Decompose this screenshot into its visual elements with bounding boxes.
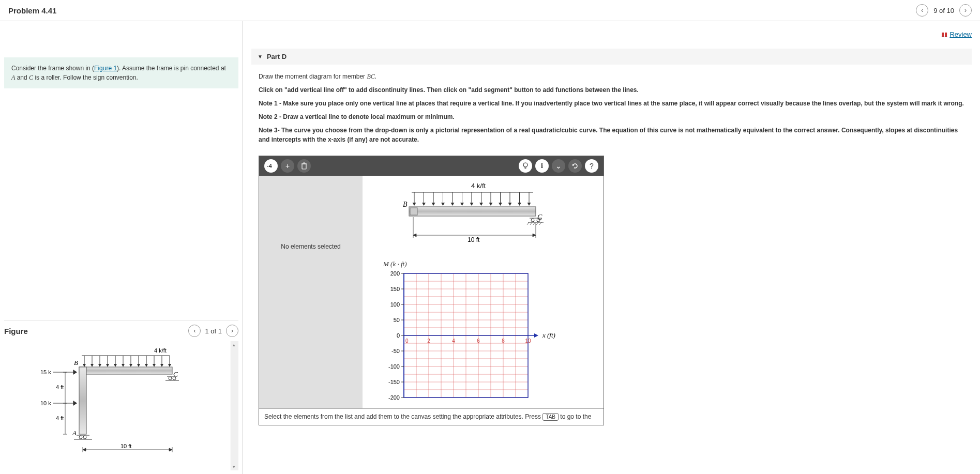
svg-text:6: 6 [477, 338, 480, 344]
svg-text:10: 10 [525, 338, 531, 344]
svg-marker-32 [73, 370, 77, 374]
svg-text:4 k/ft: 4 k/ft [154, 347, 167, 354]
svg-text:B: B [74, 359, 78, 366]
figure-content: 4 k/ft B C A [4, 341, 238, 470]
chart-y-axis-label: M (k · ft) [383, 260, 598, 268]
info-icon: i [541, 162, 543, 170]
svg-rect-94 [409, 207, 536, 216]
svg-marker-79 [460, 203, 464, 206]
svg-rect-27 [79, 367, 86, 434]
figure-prev-button[interactable]: ‹ [188, 325, 201, 337]
part-label: Part D [267, 53, 287, 60]
svg-marker-16 [137, 364, 140, 367]
prev-problem-button[interactable]: ‹ [916, 4, 928, 17]
canvas-footer: Select the elements from the list and ad… [259, 408, 604, 425]
svg-text:-4: -4 [267, 163, 272, 169]
svg-text:15 k: 15 k [40, 369, 51, 375]
svg-marker-20 [153, 364, 156, 367]
svg-text:4 ft: 4 ft [56, 384, 64, 390]
svg-marker-4 [91, 364, 94, 367]
svg-text:10 k: 10 k [40, 400, 51, 406]
svg-marker-93 [527, 203, 531, 206]
figure-position: 1 of 1 [205, 327, 222, 335]
info-button[interactable]: i [535, 159, 549, 173]
svg-text:150: 150 [390, 286, 400, 292]
svg-point-62 [523, 163, 527, 167]
svg-marker-8 [106, 364, 109, 367]
svg-text:B: B [403, 201, 408, 208]
svg-text:50: 50 [394, 317, 400, 323]
bulb-icon [522, 162, 529, 170]
svg-marker-12 [122, 364, 125, 367]
svg-text:-50: -50 [391, 348, 400, 354]
svg-rect-59 [302, 164, 306, 169]
delete-button[interactable] [297, 159, 311, 173]
svg-rect-95 [410, 208, 417, 215]
svg-text:200: 200 [390, 270, 400, 277]
chevron-down-icon: ⌄ [555, 162, 562, 170]
beam-diagram: 4 k/ft B C [383, 181, 549, 253]
svg-marker-111 [533, 234, 536, 237]
svg-marker-34 [73, 401, 77, 405]
svg-marker-73 [432, 203, 435, 206]
svg-marker-71 [422, 203, 426, 206]
svg-text:8: 8 [502, 338, 505, 344]
help-button[interactable]: ? [585, 159, 598, 173]
tab-key-label: TAB [542, 413, 559, 421]
svg-marker-91 [518, 203, 521, 206]
flag-icon: ▮▮ [941, 31, 947, 38]
svg-marker-89 [508, 203, 512, 206]
frame-figure-svg: 4 k/ft B C A [25, 346, 180, 460]
dropdown-button[interactable]: ⌄ [552, 159, 565, 173]
figure-title: Figure [4, 327, 28, 335]
review-link[interactable]: ▮▮Review [941, 30, 972, 38]
next-problem-button[interactable]: › [959, 4, 972, 17]
svg-marker-110 [413, 234, 416, 237]
svg-marker-2 [83, 364, 86, 367]
svg-text:0: 0 [405, 338, 409, 344]
page-title: Problem 4.41 [8, 6, 56, 15]
svg-line-103 [530, 222, 532, 225]
instructions: Draw the moment diagram for member BC. C… [251, 72, 972, 156]
problem-position: 9 of 10 [933, 7, 954, 14]
part-header[interactable]: ▼ Part D [251, 49, 972, 65]
no-elements-button[interactable]: -4 [264, 159, 278, 173]
svg-marker-6 [98, 364, 101, 367]
svg-text:A: A [72, 429, 77, 437]
svg-marker-14 [129, 364, 132, 367]
scrollbar[interactable] [231, 341, 238, 470]
svg-marker-56 [169, 448, 172, 451]
trash-icon [301, 162, 307, 170]
svg-text:4 k/ft: 4 k/ft [471, 182, 486, 190]
svg-line-105 [536, 222, 538, 225]
svg-text:4 ft: 4 ft [56, 415, 64, 421]
svg-marker-81 [470, 203, 474, 206]
moment-chart[interactable]: M (k · ft) -200-150-100-5005010015020002… [368, 260, 598, 405]
svg-marker-55 [83, 448, 86, 451]
svg-text:-150: -150 [388, 379, 400, 385]
svg-marker-69 [413, 203, 416, 206]
svg-marker-18 [145, 364, 148, 367]
svg-text:-200: -200 [388, 394, 400, 401]
svg-line-102 [527, 222, 529, 225]
figure-link[interactable]: Figure 1 [94, 65, 117, 72]
svg-text:10 ft: 10 ft [468, 236, 480, 243]
add-button[interactable]: + [281, 159, 294, 173]
problem-nav: ‹ 9 of 10 › [916, 4, 972, 17]
reset-button[interactable] [568, 159, 582, 173]
svg-marker-83 [479, 203, 483, 206]
drawing-canvas: -4 + i ⌄ ? No elements selected [259, 156, 604, 425]
hint-button[interactable] [519, 159, 532, 173]
svg-text:0: 0 [397, 332, 400, 339]
svg-text:100: 100 [390, 301, 400, 308]
svg-marker-85 [489, 203, 493, 206]
svg-point-38 [79, 436, 82, 439]
canvas-sidebar: No elements selected [259, 176, 363, 408]
figure-next-button[interactable]: › [226, 325, 238, 337]
svg-line-106 [539, 222, 541, 225]
svg-marker-75 [441, 203, 445, 206]
svg-text:x (ft): x (ft) [542, 331, 555, 339]
svg-marker-22 [160, 364, 163, 367]
canvas-main[interactable]: 4 k/ft B C [363, 176, 604, 408]
problem-description: Consider the frame shown in (Figure 1). … [4, 57, 238, 88]
